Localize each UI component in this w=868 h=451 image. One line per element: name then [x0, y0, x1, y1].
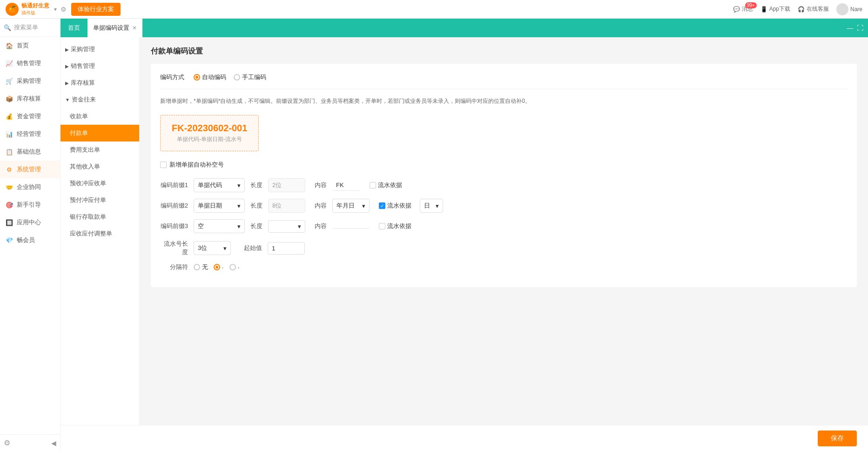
- app-download-item[interactable]: 📱 App下载: [760, 5, 790, 13]
- chevron-down-icon: ▾: [298, 223, 301, 230]
- sidebar-item-apps[interactable]: 🔲 应用中心: [0, 214, 60, 231]
- sidebar-item-label: 企业协同: [17, 183, 41, 191]
- sidebar-item-guide[interactable]: 🎯 新手引导: [0, 196, 60, 214]
- sidebar-item-basic[interactable]: 📋 基础信息: [0, 143, 60, 161]
- prefix2-label: 编码前缀2: [160, 202, 188, 210]
- serial-length-label: 流水号长度: [160, 240, 188, 256]
- bottom-bar: 保存: [61, 425, 868, 451]
- left-menu-item-payment[interactable]: 付款单: [61, 125, 139, 141]
- logo: 🍊 畅通好生意 插件版: [6, 2, 49, 16]
- sales-icon: 📈: [6, 60, 13, 67]
- guide-icon: 🎯: [6, 201, 13, 209]
- left-menu-sales[interactable]: ▶ 销售管理: [61, 58, 139, 74]
- left-menu-sub-finance: 收款单 付款单 费用支出单 其他收入单 预收冲应收单 预付冲: [61, 108, 139, 242]
- left-menu-item-pre-payment[interactable]: 预付冲应付单: [61, 192, 139, 209]
- content3-value: [332, 224, 370, 229]
- prefix-row-1: 编码前缀1 单据代码 ▾ 长度 2位 内容 FK 流水依据: [160, 178, 848, 192]
- sidebar-item-label: 经营管理: [17, 130, 41, 138]
- sidebar-item-label: 资金管理: [17, 112, 41, 121]
- separator-none[interactable]: 无: [194, 263, 208, 271]
- sidebar-item-finance[interactable]: 💰 资金管理: [0, 108, 60, 125]
- sidebar: 🔍 搜索菜单 🏠 首页 📈 销售管理 🛒 采购管理 📦 库存核算 💰: [0, 19, 61, 451]
- auto-fill-checkbox[interactable]: [160, 162, 167, 168]
- sidebar-item-operation[interactable]: 📊 经营管理: [0, 125, 60, 143]
- left-menu-item-other-income[interactable]: 其他收入单: [61, 158, 139, 175]
- chevron-down-icon: ▼: [65, 97, 70, 102]
- sidebar-item-enterprise[interactable]: 🤝 企业协同: [0, 178, 60, 196]
- separator-dot[interactable]: ·: [214, 264, 224, 271]
- separator-dot2[interactable]: ·: [229, 264, 240, 271]
- chevron-down-icon: ▾: [237, 202, 241, 209]
- top-bar-nav: ▾ ⚙: [54, 6, 67, 13]
- save-button[interactable]: 保存: [818, 431, 857, 446]
- gear-icon[interactable]: ⚙: [61, 6, 67, 13]
- sidebar-item-system[interactable]: ⚙ 系统管理: [0, 161, 60, 178]
- flow1-checkbox-box: [370, 182, 376, 188]
- prefix3-select[interactable]: 空 ▾: [194, 219, 245, 233]
- left-menu-item-pre-receipt[interactable]: 预收冲应收单: [61, 175, 139, 192]
- sidebar-item-label: 销售管理: [17, 59, 41, 67]
- encoding-method: 编码方式 自动编码 手工编码: [160, 73, 848, 89]
- logo-text: 畅通好生意 插件版: [21, 2, 49, 16]
- tab-close-icon[interactable]: ✕: [132, 25, 137, 31]
- top-bar-left: 🍊 畅通好生意 插件版 ▾ ⚙ 体验行业方案: [6, 2, 121, 16]
- avatar: [836, 3, 848, 15]
- prefix2-select[interactable]: 单据日期 ▾: [194, 199, 245, 213]
- radio-group: 自动编码 手工编码: [194, 73, 266, 81]
- tab-bar: 首页 单据编码设置 ✕ — ⛶: [61, 19, 868, 37]
- online-service-item[interactable]: 🎧 在线客服: [798, 5, 829, 13]
- sidebar-search[interactable]: 🔍 搜索菜单: [0, 19, 60, 37]
- message-badge: 99+: [745, 2, 757, 8]
- app-icon: 📱: [760, 6, 767, 13]
- operation-icon: 📊: [6, 130, 13, 138]
- flow1-checkbox[interactable]: 流水依据: [370, 181, 402, 189]
- tab-home[interactable]: 首页: [61, 19, 87, 37]
- left-panel: ▶ 采购管理 ▶ 销售管理 ▶ 库存核算 ▼ 资金往来: [61, 37, 140, 425]
- prefix1-select[interactable]: 单据代码 ▾: [194, 178, 245, 192]
- message-item[interactable]: 💬 消息 99+: [733, 5, 753, 13]
- separator-dot2-circle: [229, 264, 236, 270]
- flow3-checkbox-box: [379, 223, 385, 229]
- sidebar-item-purchase[interactable]: 🛒 采购管理: [0, 72, 60, 90]
- content3-label: 内容: [315, 222, 327, 230]
- flow2-checkbox[interactable]: ✓ 流水依据: [379, 202, 411, 210]
- chevron-down-icon: ▾: [436, 202, 439, 209]
- dropdown-arrow-icon[interactable]: ▾: [54, 6, 57, 13]
- search-icon: 🔍: [4, 24, 11, 31]
- chevron-down-icon: ▾: [362, 202, 365, 209]
- code-preview-sub: 单据代码-单据日期-流水号: [172, 135, 247, 143]
- sidebar-item-home[interactable]: 🏠 首页: [0, 37, 60, 54]
- radio-manual[interactable]: 手工编码: [234, 73, 266, 81]
- tab-bar-actions: — ⛶: [847, 24, 868, 32]
- settings-icon[interactable]: ⚙: [4, 438, 10, 447]
- flow3-checkbox[interactable]: 流水依据: [379, 222, 411, 230]
- start-value-input[interactable]: [268, 242, 305, 255]
- radio-auto[interactable]: 自动编码: [194, 73, 226, 81]
- left-menu-inventory[interactable]: ▶ 库存核算: [61, 74, 139, 91]
- collapse-icon[interactable]: ◀: [51, 439, 56, 447]
- flow2-period-select[interactable]: 日 ▾: [420, 199, 443, 213]
- home-icon: 🏠: [6, 42, 13, 49]
- page-content: ▶ 采购管理 ▶ 销售管理 ▶ 库存核算 ▼ 资金往来: [61, 37, 868, 425]
- sidebar-item-sales[interactable]: 📈 销售管理: [0, 54, 60, 72]
- sidebar-item-inventory[interactable]: 📦 库存核算: [0, 90, 60, 108]
- auto-fill-checkbox-row[interactable]: 新增单据自动补空号: [160, 161, 848, 169]
- left-menu-item-bank[interactable]: 银行存取款单: [61, 209, 139, 225]
- left-menu-item-expense[interactable]: 费用支出单: [61, 141, 139, 158]
- serial-length-select[interactable]: 3位 ▾: [194, 241, 231, 255]
- sidebar-item-label: 库存核算: [17, 94, 41, 103]
- tab-minimize-icon[interactable]: —: [847, 24, 853, 32]
- left-menu-item-receipt[interactable]: 收款单: [61, 108, 139, 125]
- radio-manual-circle: [234, 74, 240, 81]
- left-menu-item-adjust[interactable]: 应收应付调整单: [61, 225, 139, 242]
- trial-button[interactable]: 体验行业方案: [71, 3, 121, 16]
- tab-current[interactable]: 单据编码设置 ✕: [87, 19, 142, 37]
- left-menu-purchase[interactable]: ▶ 采购管理: [61, 41, 139, 58]
- sidebar-item-member[interactable]: 💎 畅会员: [0, 231, 60, 249]
- tab-expand-icon[interactable]: ⛶: [857, 24, 863, 32]
- content2-select[interactable]: 年月日 ▾: [332, 199, 370, 213]
- length3-select[interactable]: ▾: [268, 220, 305, 233]
- tab-label: 单据编码设置: [93, 24, 129, 32]
- user-info[interactable]: Nare: [836, 3, 862, 15]
- left-menu-finance[interactable]: ▼ 资金往来: [61, 91, 139, 108]
